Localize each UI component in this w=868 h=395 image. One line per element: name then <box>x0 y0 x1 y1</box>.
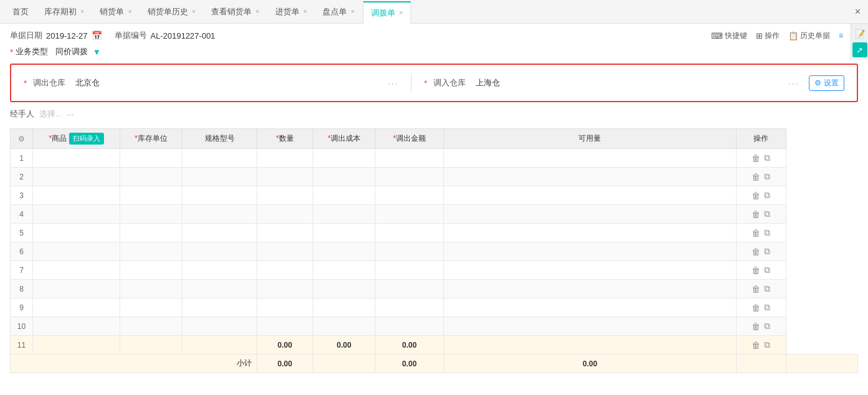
tab-home[interactable]: 首页 <box>5 0 37 24</box>
amount-cell[interactable] <box>375 298 444 317</box>
qty-cell[interactable] <box>257 317 313 336</box>
more-dots-person[interactable]: ··· <box>67 110 74 119</box>
unit-cell[interactable] <box>120 242 182 261</box>
tab-view-sales[interactable]: 查看销货单 × <box>204 0 267 24</box>
close-icon[interactable]: × <box>128 8 131 15</box>
copy-icon[interactable]: ⧉ <box>764 265 770 275</box>
cost-cell[interactable] <box>313 298 375 317</box>
qty-cell[interactable] <box>257 242 313 261</box>
copy-icon[interactable]: ⧉ <box>764 227 770 238</box>
spec-cell[interactable] <box>182 168 257 186</box>
copy-icon[interactable]: ⧉ <box>764 302 770 313</box>
product-cell[interactable] <box>33 149 120 168</box>
unit-cell[interactable] <box>120 317 182 336</box>
product-cell[interactable] <box>33 168 120 186</box>
spec-cell[interactable] <box>182 317 257 336</box>
qty-cell[interactable] <box>257 224 313 242</box>
spec-cell[interactable] <box>182 242 257 261</box>
spec-cell[interactable] <box>182 298 257 317</box>
product-cell[interactable] <box>33 280 120 298</box>
amount-cell[interactable] <box>375 205 444 224</box>
delete-icon[interactable]: 🗑 <box>752 209 760 219</box>
tab-inventory-init[interactable]: 库存期初 × <box>37 0 92 24</box>
cost-cell[interactable] <box>313 168 375 186</box>
delete-icon[interactable]: 🗑 <box>752 247 760 257</box>
delete-icon[interactable]: 🗑 <box>752 321 760 331</box>
tab-inventory-check[interactable]: 盘点单 × <box>315 0 362 24</box>
list-view-btn[interactable]: ≡ <box>839 31 843 40</box>
amount-cell[interactable] <box>375 168 444 186</box>
scan-button[interactable]: 扫码录入 <box>69 133 104 145</box>
cost-cell[interactable] <box>313 205 375 224</box>
copy-icon[interactable]: ⧉ <box>764 190 770 201</box>
copy-icon[interactable]: ⧉ <box>764 283 770 294</box>
close-icon[interactable]: × <box>255 8 259 15</box>
copy-icon[interactable]: ⧉ <box>764 153 770 163</box>
qty-cell[interactable] <box>257 186 313 205</box>
qty-cell[interactable] <box>257 261 313 280</box>
table-gear-icon[interactable]: ⚙ <box>18 135 25 143</box>
tab-transfer[interactable]: 调拨单 × <box>363 1 411 24</box>
unit-cell[interactable] <box>120 261 182 280</box>
spec-cell[interactable] <box>182 149 257 168</box>
unit-cell[interactable] <box>120 280 182 298</box>
qty-cell[interactable] <box>257 280 313 298</box>
cost-cell[interactable] <box>313 280 375 298</box>
delete-icon[interactable]: 🗑 <box>752 284 760 294</box>
calendar-icon[interactable]: 📅 <box>92 31 102 40</box>
history-btn[interactable]: 📋 历史单据 <box>788 31 830 41</box>
unit-cell[interactable] <box>120 224 182 242</box>
qty-cell[interactable] <box>257 149 313 168</box>
cost-cell[interactable] <box>313 186 375 205</box>
product-cell[interactable] <box>33 261 120 280</box>
tab-purchase-order[interactable]: 进货单 × <box>268 0 315 24</box>
cost-cell[interactable] <box>313 224 375 242</box>
delete-icon[interactable]: 🗑 <box>752 191 760 201</box>
spec-cell[interactable] <box>182 224 257 242</box>
qty-cell[interactable] <box>257 168 313 186</box>
amount-cell[interactable] <box>375 261 444 280</box>
close-window-icon[interactable]: × <box>855 6 861 17</box>
close-icon[interactable]: × <box>303 8 307 15</box>
product-cell[interactable] <box>33 298 120 317</box>
product-cell[interactable] <box>33 186 120 205</box>
delete-icon[interactable]: 🗑 <box>752 153 760 163</box>
product-cell[interactable] <box>33 242 120 261</box>
spec-cell[interactable] <box>182 205 257 224</box>
settings-button[interactable]: ⚙ 设置 <box>809 75 844 91</box>
person-select[interactable]: 选择... <box>39 108 62 120</box>
copy-icon[interactable]: ⧉ <box>764 209 770 219</box>
close-icon[interactable]: × <box>399 9 403 16</box>
close-icon[interactable]: × <box>192 8 196 15</box>
product-cell[interactable] <box>33 224 120 242</box>
spec-cell[interactable] <box>182 186 257 205</box>
side-note-btn[interactable]: 📝 <box>852 26 867 41</box>
more-dots-in[interactable]: ··· <box>788 79 799 88</box>
operation-btn[interactable]: ⊞ 操作 <box>756 31 780 41</box>
unit-cell[interactable] <box>120 168 182 186</box>
spec-cell[interactable] <box>182 280 257 298</box>
spec-cell[interactable] <box>182 261 257 280</box>
delete-icon[interactable]: 🗑 <box>752 265 760 275</box>
delete-icon[interactable]: 🗑 <box>752 172 760 182</box>
copy-icon[interactable]: ⧉ <box>764 171 770 182</box>
more-dots-out[interactable]: ··· <box>388 79 399 88</box>
copy-icon[interactable]: ⧉ <box>764 340 770 350</box>
product-cell[interactable] <box>33 205 120 224</box>
product-cell[interactable] <box>33 317 120 336</box>
amount-cell[interactable] <box>375 280 444 298</box>
cost-cell[interactable] <box>313 149 375 168</box>
shortcut-btn[interactable]: ⌨ 快捷键 <box>711 31 747 41</box>
close-icon[interactable]: × <box>80 8 84 15</box>
cost-cell[interactable] <box>313 261 375 280</box>
amount-cell[interactable] <box>375 186 444 205</box>
delete-icon[interactable]: 🗑 <box>752 228 760 238</box>
unit-cell[interactable] <box>120 298 182 317</box>
delete-icon[interactable]: 🗑 <box>752 303 760 313</box>
copy-icon[interactable]: ⧉ <box>764 321 770 331</box>
dropdown-icon[interactable]: ▼ <box>93 47 101 57</box>
close-icon[interactable]: × <box>351 8 354 15</box>
amount-cell[interactable] <box>375 224 444 242</box>
side-expand-btn[interactable]: ↗ <box>852 42 867 57</box>
unit-cell[interactable] <box>120 205 182 224</box>
